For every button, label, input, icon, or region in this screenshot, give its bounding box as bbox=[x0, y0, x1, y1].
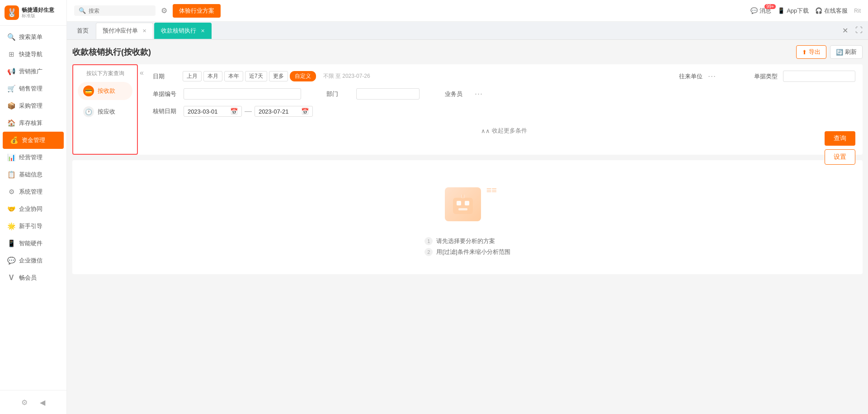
setting-btn[interactable]: 设置 bbox=[825, 149, 855, 165]
main-area: 🔍 ⚙ 体验行业方案 💬 消息 99+ 📱 App下载 🎧 在线客服 Rit bbox=[67, 0, 868, 414]
tab-receipt-verify-close-icon[interactable]: ✕ bbox=[201, 28, 205, 34]
sidebar-item-purchase[interactable]: 📦 采购管理 bbox=[0, 97, 66, 114]
filter-row-date: 日期 上月 本月 本年 近7天 更多 自定义 不限 至 2023-07-26 往… bbox=[153, 71, 855, 82]
sidebar-item-label: 资金管理 bbox=[22, 136, 45, 144]
verify-date-label: 核销日期 bbox=[153, 107, 176, 115]
basic-info-icon: 📋 bbox=[7, 171, 15, 179]
counterparty-ellipsis-btn[interactable]: ··· bbox=[708, 71, 716, 81]
vip-icon: V bbox=[7, 274, 15, 282]
tab-home-label: 首页 bbox=[77, 27, 89, 35]
empty-state: ≡≡ 1 请先选择要分析的方案 2 用[过滤]条件来缩小分析范围 bbox=[72, 160, 863, 274]
sidebar: 🐰 畅捷通好生意 标准版 🔍 搜索菜单 ⊞ 快捷导航 📢 营销推广 🛒 销售管理… bbox=[0, 0, 67, 414]
tabbar-right: ✕ ⛶ bbox=[840, 24, 864, 37]
date-btn-this-year[interactable]: 本年 bbox=[224, 71, 243, 81]
filter-panel: 按以下方案查询 💳 按收款 🕐 按应收 « 日期 上月 bbox=[72, 64, 863, 155]
sidebar-item-funds[interactable]: 💰 资金管理 bbox=[3, 132, 64, 149]
filter-option-by-receipt[interactable]: 💳 按收款 bbox=[78, 82, 132, 100]
sidebar-item-label: 销售管理 bbox=[19, 85, 42, 93]
date-label: 日期 bbox=[153, 72, 175, 81]
collapse-filter-sidebar-btn[interactable]: « bbox=[138, 69, 146, 77]
inventory-icon: 🏠 bbox=[7, 119, 15, 127]
app-download-btn[interactable]: 📱 App下载 bbox=[778, 7, 809, 15]
salesperson-ellipsis-btn[interactable]: ··· bbox=[475, 89, 483, 99]
sidebar-item-quick-nav[interactable]: ⊞ 快捷导航 bbox=[0, 46, 66, 63]
verify-date-start-input[interactable] bbox=[188, 108, 228, 115]
sidebar-item-search-menu[interactable]: 🔍 搜索菜单 bbox=[0, 29, 66, 46]
by-receivable-icon: 🕐 bbox=[83, 106, 94, 117]
collapse-sidebar-btn[interactable]: ◀ bbox=[34, 394, 51, 410]
filter-option-by-receivable[interactable]: 🕐 按应收 bbox=[78, 103, 132, 121]
bill-type-select[interactable] bbox=[783, 71, 855, 82]
sidebar-item-label: 智能硬件 bbox=[19, 239, 42, 247]
date-btn-7days[interactable]: 近7天 bbox=[245, 71, 267, 81]
bill-no-input[interactable] bbox=[184, 88, 301, 100]
verify-date-start-cal-icon[interactable]: 📅 bbox=[230, 108, 238, 115]
verify-date-end-input[interactable] bbox=[259, 108, 299, 115]
online-service-label: 在线客服 bbox=[824, 7, 848, 15]
app-download-icon: 📱 bbox=[778, 7, 785, 14]
settings-bottom-btn[interactable]: ⚙ bbox=[16, 394, 33, 410]
sidebar-item-system[interactable]: ⚙ 系统管理 bbox=[0, 183, 66, 200]
date-btn-custom[interactable]: 自定义 bbox=[290, 71, 316, 81]
close-all-tabs-btn[interactable]: ✕ bbox=[840, 24, 850, 37]
logo-text: 畅捷通好生意 标准版 bbox=[22, 7, 54, 19]
query-btn[interactable]: 查询 bbox=[825, 131, 855, 146]
sidebar-logo: 🐰 畅捷通好生意 标准版 bbox=[0, 0, 66, 26]
tab-prepay-label: 预付冲应付单 bbox=[103, 27, 138, 35]
sidebar-item-enterprise[interactable]: 🤝 企业协同 bbox=[0, 200, 66, 218]
tab-prepay[interactable]: 预付冲应付单 ✕ bbox=[96, 23, 153, 39]
sidebar-item-vip[interactable]: V 畅会员 bbox=[0, 269, 66, 286]
user-name[interactable]: Rit bbox=[854, 8, 861, 14]
smart-hw-icon: 📱 bbox=[7, 239, 15, 247]
sidebar-item-label: 企业协同 bbox=[19, 205, 42, 213]
tab-prepay-close-icon[interactable]: ✕ bbox=[142, 28, 146, 34]
empty-hint-2: 2 用[过滤]条件来缩小分析范围 bbox=[425, 248, 510, 256]
online-service-btn[interactable]: 🎧 在线客服 bbox=[815, 7, 848, 15]
by-receipt-label: 按收款 bbox=[98, 87, 115, 95]
date-btn-this-month[interactable]: 本月 bbox=[203, 71, 222, 81]
sidebar-item-label: 采购管理 bbox=[19, 102, 42, 110]
svg-rect-2 bbox=[465, 201, 469, 205]
collapse-up-icon: ∧∧ bbox=[481, 128, 490, 134]
message-btn[interactable]: 💬 消息 99+ bbox=[750, 7, 771, 15]
date-quick-btns: 上月 本月 本年 近7天 更多 自定义 bbox=[183, 71, 316, 81]
sidebar-item-inventory[interactable]: 🏠 库存核算 bbox=[0, 114, 66, 132]
sidebar-item-operations[interactable]: 📊 经营管理 bbox=[0, 149, 66, 166]
sidebar-item-smart-hw[interactable]: 📱 智能硬件 bbox=[0, 235, 66, 252]
empty-illustration bbox=[449, 191, 476, 218]
sidebar-item-guide[interactable]: 🌟 新手引导 bbox=[0, 218, 66, 235]
sidebar-item-sales[interactable]: 🛒 销售管理 bbox=[0, 80, 66, 97]
tab-receipt-verify-label: 收款核销执行 bbox=[161, 27, 196, 35]
topbar-search-box[interactable]: 🔍 bbox=[74, 5, 156, 16]
dept-select[interactable] bbox=[356, 88, 420, 100]
sidebar-item-label: 新手引导 bbox=[19, 222, 42, 230]
tab-receipt-verify[interactable]: 收款核销执行 ✕ bbox=[154, 23, 212, 39]
sidebar-item-label: 基础信息 bbox=[19, 171, 42, 179]
funds-icon: 💰 bbox=[10, 136, 18, 144]
tab-home[interactable]: 首页 bbox=[71, 23, 95, 39]
date-range-display: 不限 至 2023-07-26 bbox=[323, 72, 370, 80]
page-header: 收款核销执行(按收款) ⬆ 导出 🔄 刷新 bbox=[72, 45, 863, 59]
collapse-more-btn[interactable]: ∧∧ 收起更多条件 bbox=[153, 123, 855, 138]
svg-rect-1 bbox=[457, 201, 461, 205]
search-icon: 🔍 bbox=[79, 7, 86, 14]
export-btn[interactable]: ⬆ 导出 bbox=[796, 45, 826, 59]
by-receipt-icon: 💳 bbox=[83, 86, 94, 96]
sidebar-item-wechat[interactable]: 💬 企业微信 bbox=[0, 252, 66, 269]
refresh-icon: 🔄 bbox=[836, 49, 843, 56]
sidebar-item-marketing[interactable]: 📢 营销推广 bbox=[0, 63, 66, 80]
topbar-gear-icon[interactable]: ⚙ bbox=[161, 6, 167, 15]
refresh-btn[interactable]: 🔄 刷新 bbox=[830, 45, 863, 59]
export-icon: ⬆ bbox=[802, 49, 807, 56]
counterparty-label: 往来单位 bbox=[679, 72, 703, 81]
verify-date-end-cal-icon[interactable]: 📅 bbox=[301, 108, 309, 115]
sidebar-item-basic-info[interactable]: 📋 基础信息 bbox=[0, 166, 66, 183]
industry-solution-btn[interactable]: 体验行业方案 bbox=[173, 4, 221, 18]
empty-hints: 1 请先选择要分析的方案 2 用[过滤]条件来缩小分析范围 bbox=[425, 237, 510, 256]
search-input[interactable] bbox=[89, 8, 143, 14]
date-btn-last-month[interactable]: 上月 bbox=[183, 71, 202, 81]
wechat-icon: 💬 bbox=[7, 257, 15, 265]
date-separator: — bbox=[245, 107, 252, 115]
maximize-btn[interactable]: ⛶ bbox=[854, 24, 864, 37]
date-btn-more[interactable]: 更多 bbox=[269, 71, 288, 81]
